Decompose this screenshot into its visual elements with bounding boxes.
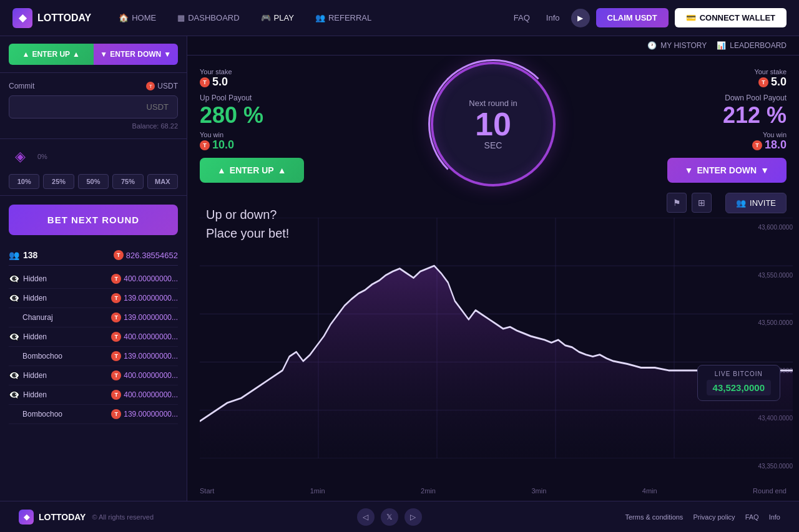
wallet-icon: 💳 (686, 13, 696, 22)
bet-next-round-button[interactable]: BET NEXT ROUND (9, 205, 178, 235)
logo[interactable]: ◆ LOTTODAY (12, 8, 91, 28)
nav-play[interactable]: 🎮 PLAY (252, 9, 303, 26)
left-panel: ▲ ENTER UP ▲ ▼ ENTER DOWN ▼ Commit T USD… (0, 36, 187, 501)
nav-referral[interactable]: 👥 REFERRAL (306, 9, 380, 26)
live-bitcoin-label: LIVE BITCOIN (707, 370, 771, 377)
connect-wallet-button[interactable]: 💳 CONNECT WALLET (675, 8, 787, 27)
telegram-button[interactable]: ◁ (357, 508, 375, 526)
down-stake-value: T 5.0 (667, 75, 787, 89)
enter-up-game-button[interactable]: ▲ ENTER UP ▲ (200, 158, 304, 183)
bet-line2: Place your bet! (206, 224, 289, 243)
tron-icon: T (111, 293, 121, 303)
info-footer-link[interactable]: Info (769, 513, 780, 521)
zero-pct-label: 0% (37, 153, 47, 160)
down-arrow-icon: ▼ (100, 50, 107, 59)
nav-dashboard[interactable]: ▦ DASHBOARD (169, 9, 248, 26)
flag-chart-button[interactable]: ⚑ (667, 193, 687, 213)
nav-right: FAQ Info ▶ CLAIM USDT 💳 CONNECT WALLET (509, 8, 787, 27)
footer-links: Terms & conditions Privacy policy FAQ In… (625, 513, 780, 521)
participant-amount: T 139.00000000... (111, 351, 178, 361)
terms-link[interactable]: Terms & conditions (625, 513, 683, 521)
usdt-input[interactable] (9, 95, 178, 118)
pct-10-button[interactable]: 10% (9, 174, 39, 189)
down-you-win-value: T 18.0 (667, 138, 787, 152)
play-circle-btn[interactable]: ▶ (571, 9, 590, 27)
up-arrow-icon: ▲ (22, 50, 30, 59)
participant-amount: T 400.00000000... (111, 332, 178, 342)
enter-down-button[interactable]: ▼ ENTER DOWN ▼ (94, 44, 179, 65)
tron-icon: T (146, 82, 155, 90)
tron-icon: T (111, 390, 121, 400)
right-top-bar: 🕐 MY HISTORY 📊 LEADERBOARD (187, 36, 799, 56)
down-btn-icon2: ▼ (760, 165, 769, 175)
list-item: 👁‍🗨 Hidden T 400.00000000... (9, 385, 178, 405)
list-item: 👁‍🗨 Hidden T 139.00000000... (9, 289, 178, 308)
faq-footer-link[interactable]: FAQ (745, 513, 759, 521)
invite-button[interactable]: 👥 INVITE (725, 193, 787, 213)
up-pool-label: Up Pool Payout (200, 94, 304, 102)
up-pool-pct: 280 % (200, 102, 304, 128)
participant-amount: T 400.00000000... (111, 370, 178, 380)
tron-icon: T (111, 351, 121, 361)
participant-amount: T 139.00000000... (111, 409, 178, 419)
pct-75-button[interactable]: 75% (112, 174, 143, 189)
referral-icon: 👥 (315, 13, 325, 22)
footer-logo: ◆ LOTTODAY (19, 510, 86, 525)
list-item: 👁‍🗨 Hidden T 400.00000000... (9, 366, 178, 385)
up-btn-icon2: ▲ (278, 165, 287, 175)
faq-link[interactable]: FAQ (509, 11, 535, 25)
main-layout: ▲ ENTER UP ▲ ▼ ENTER DOWN ▼ Commit T USD… (0, 36, 799, 501)
nav-home[interactable]: 🏠 HOME (110, 9, 165, 26)
claim-usdt-button[interactable]: CLAIM USDT (596, 8, 669, 27)
hidden-icon: 👁‍🗨 (9, 274, 19, 284)
hidden-icon: 👁‍🗨 (9, 370, 19, 380)
twitter-button[interactable]: 𝕏 (381, 508, 398, 526)
enter-down-game-button[interactable]: ▼ ENTER DOWN ▼ (667, 158, 787, 183)
up-arrow2-icon: ▲ (72, 50, 80, 59)
participant-name: 👁‍🗨 Hidden (9, 370, 47, 380)
timer-unit: SEC (484, 140, 502, 150)
percentage-buttons-row: 10% 25% 50% 75% MAX (9, 174, 178, 189)
timer-ring: Next round in 10 SEC (431, 62, 556, 186)
pct-25-button[interactable]: 25% (43, 174, 74, 189)
commit-section: Commit T USDT Balance: 68.22 (0, 73, 187, 139)
invite-icon: 👥 (736, 198, 746, 208)
down-pool-pct: 212 % (667, 102, 787, 128)
info-link[interactable]: Info (541, 11, 565, 25)
participant-name: 👁‍🗨 Hidden (9, 332, 47, 342)
game-area: Your stake T 5.0 Up Pool Payout 280 % Yo… (187, 56, 799, 501)
pct-max-button[interactable]: MAX (147, 174, 178, 189)
grid-chart-button[interactable]: ⊞ (692, 193, 712, 213)
enter-up-button[interactable]: ▲ ENTER UP ▲ (9, 44, 94, 65)
privacy-link[interactable]: Privacy policy (693, 513, 735, 521)
timer-container: Next round in 10 SEC (431, 62, 556, 186)
list-item: Bombochoo T 139.00000000... (9, 405, 178, 424)
right-panel: 🕐 MY HISTORY 📊 LEADERBOARD Your stake T … (187, 36, 799, 501)
percentage-section: ◈ 0% 10% 25% 50% 75% MAX (0, 139, 187, 196)
brand-name: LOTTODAY (37, 12, 91, 24)
list-item: Bombochoo T 139.00000000... (9, 347, 178, 366)
tron-icon: T (111, 332, 121, 342)
live-bitcoin-value: 43,523,0000 (707, 380, 771, 395)
footer-copyright: © All rights reserved (92, 513, 154, 521)
participant-name: Bombochoo (9, 410, 62, 418)
discord-button[interactable]: ▷ (404, 508, 422, 526)
leaderboard-button[interactable]: 📊 LEADERBOARD (717, 41, 787, 50)
history-icon: 🕐 (647, 41, 657, 50)
pct-50-button[interactable]: 50% (78, 174, 109, 189)
my-history-button[interactable]: 🕐 MY HISTORY (647, 41, 707, 50)
list-item: Chanuraj T 139.00000000... (9, 308, 178, 327)
participants-total: T 826.38554652 (114, 250, 178, 260)
hidden-icon: 👁‍🗨 (9, 390, 19, 400)
bet-buttons-row: ▲ ENTER UP ▲ ▼ ENTER DOWN ▼ (0, 36, 187, 73)
participants-section: 👥 138 T 826.38554652 👁‍🗨 Hidden T 400.00… (0, 244, 187, 501)
tron-total-icon: T (114, 250, 124, 260)
dashboard-icon: ▦ (177, 13, 185, 22)
participants-icon: 👥 (9, 250, 19, 260)
tron-down-win-icon: T (752, 140, 762, 150)
down-arrow2-icon: ▼ (164, 50, 171, 59)
hidden-icon: 👁‍🗨 (9, 293, 19, 303)
timer-label: Next round in (469, 99, 517, 108)
leaderboard-icon: 📊 (717, 41, 726, 50)
participant-amount: T 139.00000000... (111, 312, 178, 322)
